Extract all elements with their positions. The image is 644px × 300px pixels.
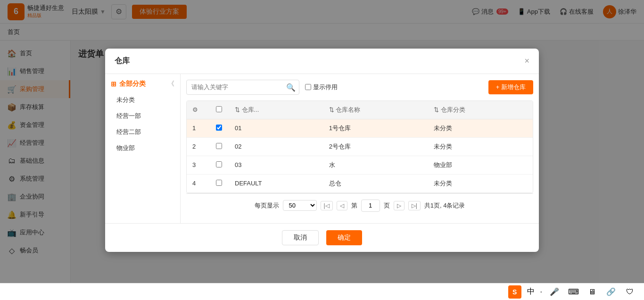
row-index: 2 (187, 137, 210, 156)
sort-icon: ⇅ (235, 106, 240, 113)
per-page-select[interactable]: 50 20 100 (283, 200, 317, 211)
category-sidebar: ⊞ 全部分类 《 未分类 经营一部 经营二部 物业部 (105, 74, 181, 223)
category-item-2[interactable]: 经营二部 (105, 124, 180, 140)
row-checkbox[interactable] (210, 174, 229, 192)
add-warehouse-button[interactable]: + 新增仓库 (488, 80, 533, 94)
total-info: 共1页, 4条记录 (424, 201, 465, 210)
shield-icon[interactable]: 🛡 (623, 285, 636, 299)
search-icon[interactable]: 🔍 (286, 83, 296, 92)
next-page-btn[interactable]: ▷ (394, 201, 405, 210)
all-category-label[interactable]: ⊞ 全部分类 (111, 80, 146, 88)
row-index: 3 (187, 156, 210, 174)
page-label-text: 第 (351, 201, 357, 210)
s-logo: S (508, 285, 521, 299)
search-input[interactable] (186, 80, 299, 95)
category-item-1[interactable]: 经营一部 (105, 108, 180, 124)
sort-icon-3: ⇅ (434, 106, 439, 113)
table-row[interactable]: 1 01 1号仓库 未分类 (187, 119, 533, 137)
page-unit: 页 (384, 201, 390, 210)
row-code: 01 (229, 119, 323, 137)
link-icon[interactable]: 🔗 (604, 285, 618, 299)
sort-icon-2: ⇅ (329, 106, 334, 113)
page-input[interactable] (361, 200, 380, 212)
row-name: 2号仓库 (323, 137, 428, 156)
category-item-3[interactable]: 物业部 (105, 140, 180, 156)
select-all-checkbox[interactable] (216, 106, 222, 112)
col-name-header: ⇅ 仓库名称 (323, 101, 428, 119)
row-name: 1号仓库 (323, 119, 428, 137)
dot-icon: · (540, 288, 542, 296)
row-code: 02 (229, 137, 323, 156)
col-code-header: ⇅ 仓库... (229, 101, 323, 119)
mic-icon[interactable]: 🎤 (548, 285, 561, 299)
row-name: 总仓 (323, 174, 428, 192)
show-disabled-label[interactable]: 显示停用 (305, 83, 338, 92)
search-input-wrap: 🔍 (186, 80, 299, 95)
row-category: 未分类 (428, 119, 533, 137)
row-name: 水 (323, 156, 428, 174)
row-category: 未分类 (428, 137, 533, 156)
monitor-icon[interactable]: 🖥 (586, 285, 599, 299)
row-code: DEFAULT (229, 174, 323, 192)
cancel-button[interactable]: 取消 (282, 230, 319, 245)
modal-title: 仓库 (115, 56, 130, 66)
last-page-btn[interactable]: ▷| (408, 201, 421, 210)
row-checkbox[interactable] (210, 119, 229, 137)
warehouse-modal: 仓库 × ⊞ 全部分类 《 未分类 经营一部 经营二部 物业部 (105, 49, 539, 252)
collapse-button[interactable]: 《 (168, 80, 174, 88)
row-checkbox[interactable] (210, 137, 229, 156)
col-checkbox (210, 101, 229, 119)
bottom-bar: S 中 · 🎤 ⌨ 🖥 🔗 🛡 (0, 283, 644, 300)
zhong-label: 中 (527, 287, 535, 297)
show-disabled-text: 显示停用 (313, 83, 338, 92)
warehouse-table-wrap: ⚙ ⇅ 仓库... ⇅ (186, 100, 533, 193)
modal-close-button[interactable]: × (524, 57, 529, 65)
prev-page-btn[interactable]: ◁ (337, 201, 347, 210)
content-area: 🔍 显示停用 + 新增仓库 ⚙ (181, 74, 539, 223)
row-checkbox[interactable] (210, 156, 229, 174)
table-row[interactable]: 2 02 2号仓库 未分类 (187, 137, 533, 156)
show-disabled-checkbox[interactable] (305, 84, 311, 90)
table-row[interactable]: 3 03 水 物业部 (187, 156, 533, 174)
col-gear: ⚙ (187, 101, 210, 119)
all-category-text: 全部分类 (119, 80, 146, 88)
table-header-row: ⚙ ⇅ 仓库... ⇅ (187, 101, 533, 119)
per-page-label: 每页显示 (255, 201, 279, 210)
grid-icon: ⊞ (111, 80, 116, 88)
col-category-header: ⇅ 仓库分类 (428, 101, 533, 119)
row-category: 未分类 (428, 174, 533, 192)
row-category: 物业部 (428, 156, 533, 174)
gear-icon: ⚙ (192, 106, 198, 113)
first-page-btn[interactable]: |◁ (321, 201, 333, 210)
keyboard-icon[interactable]: ⌨ (567, 285, 580, 299)
modal-overlay: 仓库 × ⊞ 全部分类 《 未分类 经营一部 经营二部 物业部 (0, 0, 644, 300)
warehouse-table: ⚙ ⇅ 仓库... ⇅ (187, 101, 533, 193)
row-code: 03 (229, 156, 323, 174)
search-bar: 🔍 显示停用 + 新增仓库 (186, 80, 533, 95)
pagination: 每页显示 50 20 100 |◁ ◁ 第 页 ▷ ▷| 共1页, 4条记录 (186, 193, 533, 217)
table-body: 1 01 1号仓库 未分类 2 02 2号仓库 未分类 3 03 水 物业部 4… (187, 119, 533, 192)
modal-body: ⊞ 全部分类 《 未分类 经营一部 经营二部 物业部 🔍 (105, 74, 539, 223)
category-header: ⊞ 全部分类 《 (105, 80, 180, 92)
table-row[interactable]: 4 DEFAULT 总仓 未分类 (187, 174, 533, 192)
modal-header: 仓库 × (105, 49, 539, 74)
row-index: 1 (187, 119, 210, 137)
modal-footer: 取消 确定 (105, 223, 539, 252)
confirm-button[interactable]: 确定 (326, 230, 362, 245)
category-item-0[interactable]: 未分类 (105, 92, 180, 108)
row-index: 4 (187, 174, 210, 192)
